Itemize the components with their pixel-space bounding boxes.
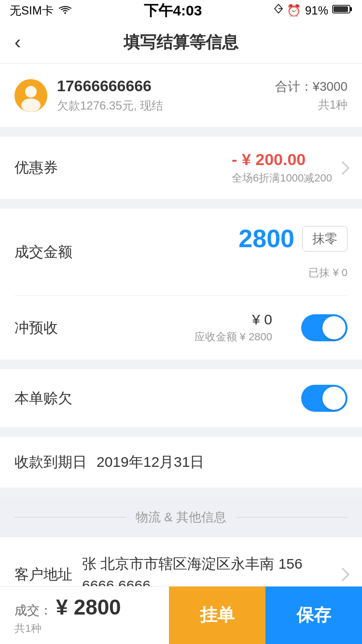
deal-amount-right: 2800 抹零 已抹 ¥ 0 xyxy=(238,224,348,280)
logistics-header-text: 物流 & 其他信息 xyxy=(126,509,236,526)
battery-percent: 91% xyxy=(305,4,328,17)
coupon-amount: - ¥ 200.00 xyxy=(232,150,332,169)
location-icon xyxy=(274,4,283,17)
battery-icon xyxy=(332,4,352,17)
status-bar-right: ⏰ 91% xyxy=(274,4,352,17)
address-label: 客户地址 xyxy=(14,565,72,585)
logistics-header: 物流 & 其他信息 xyxy=(0,497,362,537)
toggle-knob xyxy=(322,316,346,339)
user-info: 17666666666 欠款1276.35元, 现结 xyxy=(57,77,163,113)
coupon-row[interactable]: 优惠券 - ¥ 200.00 全场6折满1000减200 xyxy=(0,137,362,199)
total-amount-label: 合计：¥3000 xyxy=(275,78,348,95)
user-debt: 欠款1276.35元, 现结 xyxy=(57,98,163,113)
status-bar-left: 无SIM卡 xyxy=(10,3,72,18)
bottom-deal-label: 成交： xyxy=(14,602,52,619)
avatar xyxy=(14,79,47,112)
prepay-amount-col: ¥ 0 应收金额 ¥ 2800 xyxy=(195,311,272,344)
deal-amount-label: 成交金额 xyxy=(14,242,72,262)
credit-toggle-knob xyxy=(322,387,346,410)
status-bar: 无SIM卡 下午4:03 ⏰ 91% xyxy=(0,0,362,21)
prepay-toggle[interactable] xyxy=(301,314,348,341)
address-chevron-icon xyxy=(336,568,349,581)
already-zeroed-text: 已抹 ¥ 0 xyxy=(308,266,348,280)
nav-bar: ‹ 填写结算等信息 xyxy=(0,21,362,64)
bottom-count: 共1种 xyxy=(14,621,154,636)
back-button[interactable]: ‹ xyxy=(14,31,21,53)
bottom-bar: 成交： ¥ 2800 共1种 挂单 保存 xyxy=(0,586,362,644)
prepay-label: 冲预收 xyxy=(14,318,58,338)
hang-order-button[interactable]: 挂单 xyxy=(169,587,265,644)
credit-row: 本单赊欠 xyxy=(0,369,362,427)
status-bar-time: 下午4:03 xyxy=(144,1,202,21)
coupon-label: 优惠券 xyxy=(14,158,58,178)
coupon-desc: 全场6折满1000减200 xyxy=(232,171,332,185)
credit-label: 本单赊欠 xyxy=(14,389,72,408)
duedate-value: 2019年12月31日 xyxy=(97,452,204,472)
user-left: 17666666666 欠款1276.35元, 现结 xyxy=(14,77,163,113)
bottom-left-info: 成交： ¥ 2800 共1种 xyxy=(0,595,169,636)
alarm-icon: ⏰ xyxy=(287,4,301,17)
no-sim-text: 无SIM卡 xyxy=(10,3,54,18)
duedate-row: 收款到期日 2019年12月31日 xyxy=(0,437,362,488)
user-info-row: 17666666666 欠款1276.35元, 现结 合计：¥3000 共1种 xyxy=(0,64,362,127)
page-title: 填写结算等信息 xyxy=(124,31,238,54)
svg-rect-1 xyxy=(350,7,352,11)
prepay-row: 冲预收 ¥ 0 应收金额 ¥ 2800 xyxy=(14,296,348,360)
svg-point-4 xyxy=(25,86,37,98)
chevron-right-icon xyxy=(336,161,349,174)
user-total: 合计：¥3000 共1种 xyxy=(275,78,348,112)
deal-amount-row: 成交金额 2800 抹零 已抹 ¥ 0 xyxy=(14,209,348,296)
svg-rect-2 xyxy=(334,6,348,12)
prepay-right: ¥ 0 应收金额 ¥ 2800 xyxy=(195,311,348,344)
credit-toggle[interactable] xyxy=(301,385,348,412)
svg-point-5 xyxy=(21,98,41,112)
wifi-icon xyxy=(58,4,72,17)
prepay-desc: 应收金额 ¥ 2800 xyxy=(195,330,272,344)
prepay-amount: ¥ 0 xyxy=(252,311,272,328)
coupon-right: - ¥ 200.00 全场6折满1000减200 xyxy=(232,150,348,185)
total-count: 共1种 xyxy=(275,97,348,112)
coupon-info: - ¥ 200.00 全场6折满1000减200 xyxy=(232,150,332,185)
user-phone: 17666666666 xyxy=(57,77,163,95)
save-button[interactable]: 保存 xyxy=(265,587,362,644)
bottom-amount: ¥ 2800 xyxy=(56,595,121,619)
content-area: 17666666666 欠款1276.35元, 现结 合计：¥3000 共1种 … xyxy=(0,64,362,644)
deal-section: 成交金额 2800 抹零 已抹 ¥ 0 冲预收 ¥ 0 应收金额 ¥ 2800 xyxy=(0,209,362,360)
deal-amount-value: 2800 xyxy=(238,224,294,253)
duedate-label: 收款到期日 xyxy=(14,452,87,472)
round-zero-button[interactable]: 抹零 xyxy=(302,226,348,252)
